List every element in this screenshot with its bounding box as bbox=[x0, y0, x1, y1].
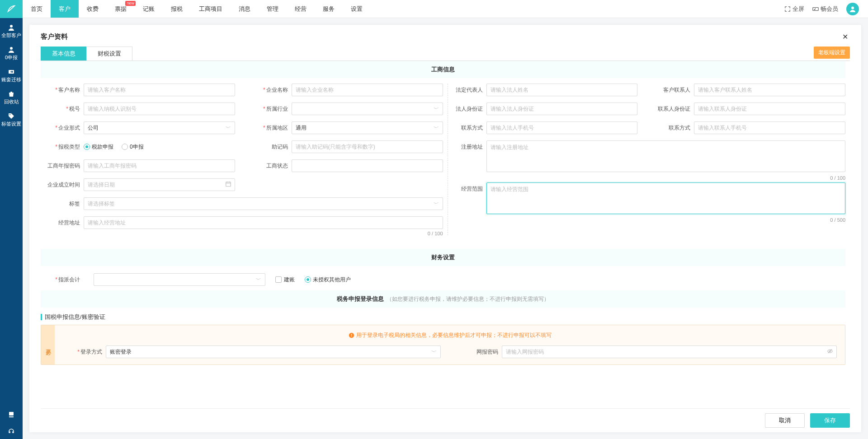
top-nav: 首页 客户 收费 票据new 记账 报税 工商项目 消息 管理 经营 服务 设置… bbox=[0, 0, 868, 18]
nav-operate[interactable]: 经营 bbox=[287, 0, 315, 18]
company-name-input[interactable] bbox=[292, 84, 443, 96]
tab-basic-info[interactable]: 基本信息 bbox=[41, 47, 87, 61]
fullscreen-icon bbox=[784, 6, 791, 12]
nav-home[interactable]: 首页 bbox=[23, 0, 51, 18]
brand-logo[interactable] bbox=[0, 0, 23, 18]
trash-icon bbox=[8, 90, 15, 98]
svg-rect-0 bbox=[813, 7, 818, 10]
nav-items: 首页 客户 收费 票据new 记账 报税 工商项目 消息 管理 经营 服务 设置 bbox=[23, 0, 371, 18]
svg-rect-9 bbox=[351, 334, 351, 336]
biz-addr-char-count: 0 / 100 bbox=[428, 231, 443, 236]
annual-report-password-input[interactable] bbox=[84, 159, 235, 172]
section-biz-info: 工商信息 bbox=[41, 61, 845, 78]
calendar-icon bbox=[225, 181, 231, 189]
nav-customer[interactable]: 客户 bbox=[51, 0, 79, 18]
warning-icon bbox=[349, 332, 354, 338]
customer-name-input[interactable] bbox=[84, 84, 235, 96]
legal-rep-input[interactable] bbox=[486, 84, 638, 96]
svg-rect-6 bbox=[9, 412, 14, 416]
mnemonic-input[interactable] bbox=[292, 140, 443, 153]
founded-date-input[interactable] bbox=[84, 178, 235, 191]
section-finance: 财务设置 bbox=[41, 249, 845, 266]
assign-accountant-select[interactable]: ﹀ bbox=[94, 273, 265, 286]
download-icon bbox=[8, 411, 15, 418]
sidebar-tag-settings[interactable]: 标签设置 bbox=[0, 109, 23, 131]
cancel-button[interactable]: 取消 bbox=[765, 413, 805, 428]
migrate-icon bbox=[8, 68, 15, 75]
login-method-select[interactable]: 账密登录﹀ bbox=[106, 346, 441, 358]
nav-taxreport[interactable]: 报税 bbox=[163, 0, 191, 18]
tax-number-input[interactable] bbox=[84, 103, 235, 115]
boss-settings-button[interactable]: 老板端设置 bbox=[814, 47, 850, 59]
biz-status-select[interactable] bbox=[292, 159, 443, 172]
tags-select[interactable]: 请选择标签﹀ bbox=[84, 197, 443, 210]
company-form-select[interactable]: 公司﹀ bbox=[84, 121, 235, 134]
sidebar-support[interactable] bbox=[0, 423, 23, 439]
user-icon bbox=[849, 5, 856, 13]
nav-bookkeeping[interactable]: 记账 bbox=[135, 0, 163, 18]
sidebar-recycle[interactable]: 回收站 bbox=[0, 87, 23, 109]
form-scroll-body[interactable]: 工商信息 *客户名称 *企业名称 bbox=[41, 61, 850, 408]
zero-icon bbox=[8, 46, 15, 53]
customer-contact-input[interactable] bbox=[694, 84, 845, 96]
no-auth-radio[interactable]: 未授权其他用户 bbox=[305, 276, 351, 284]
chevron-down-icon: ﹀ bbox=[256, 276, 261, 284]
reg-addr-char-count: 0 / 100 bbox=[830, 175, 845, 181]
svg-point-3 bbox=[10, 47, 13, 50]
close-button[interactable]: ✕ bbox=[840, 32, 850, 42]
left-sidebar: 全部客户 0申报 账套迁移 回收站 标签设置 bbox=[0, 18, 23, 439]
chevron-down-icon: ﹀ bbox=[434, 200, 439, 208]
tax-card-required-label: 必要 bbox=[41, 325, 55, 364]
chevron-down-icon: ﹀ bbox=[434, 105, 439, 113]
industry-select[interactable]: ﹀ bbox=[292, 103, 443, 115]
tab-tax-settings[interactable]: 财税设置 bbox=[86, 47, 132, 61]
eye-off-icon[interactable] bbox=[827, 348, 833, 356]
svg-point-2 bbox=[10, 25, 13, 28]
legal-phone-input[interactable] bbox=[486, 121, 638, 134]
member-icon bbox=[812, 6, 819, 12]
biz-scope-char-count: 0 / 500 bbox=[830, 217, 845, 223]
svg-point-1 bbox=[851, 6, 854, 9]
nav-ticket[interactable]: 票据new bbox=[107, 0, 135, 18]
nav-new-badge: new bbox=[125, 1, 136, 6]
nav-message[interactable]: 消息 bbox=[231, 0, 259, 18]
tax-type-shenbao-radio[interactable]: 税款申报 bbox=[84, 143, 113, 151]
nav-bizproject[interactable]: 工商项目 bbox=[191, 0, 231, 18]
modal-footer: 取消 保存 bbox=[41, 408, 850, 428]
svg-point-10 bbox=[351, 336, 352, 337]
create-book-checkbox[interactable]: 建账 bbox=[275, 276, 295, 284]
tax-type-zero-radio[interactable]: 0申报 bbox=[122, 143, 144, 151]
registered-address-textarea[interactable] bbox=[486, 140, 846, 172]
user-avatar[interactable] bbox=[846, 3, 859, 15]
section-tax-login: 税务申报登录信息（如您要进行税务申报，请维护必要信息；不进行申报则无需填写） bbox=[41, 290, 845, 308]
chevron-down-icon: ﹀ bbox=[434, 124, 439, 132]
tax-warn-line: 用于登录电子税局的相关信息，必要信息维护后才可申报；不进行申报可以不填写 bbox=[63, 330, 837, 346]
nav-manage[interactable]: 管理 bbox=[259, 0, 287, 18]
nav-service[interactable]: 服务 bbox=[315, 0, 343, 18]
web-password-input[interactable] bbox=[502, 346, 837, 358]
sidebar-zero-report[interactable]: 0申报 bbox=[0, 42, 23, 65]
chevron-down-icon: ﹀ bbox=[431, 348, 437, 356]
sidebar-download[interactable] bbox=[0, 406, 23, 423]
member-button[interactable]: 畅会员 bbox=[812, 5, 838, 13]
sidebar-account-migrate[interactable]: 账套迁移 bbox=[0, 65, 23, 87]
save-button[interactable]: 保存 bbox=[810, 413, 850, 428]
customer-modal: 客户资料 ✕ 基本信息 财税设置 老板端设置 工商信息 *客户名称 bbox=[29, 25, 861, 432]
svg-point-5 bbox=[9, 114, 10, 115]
business-scope-textarea[interactable] bbox=[486, 182, 846, 214]
nav-settings[interactable]: 设置 bbox=[343, 0, 371, 18]
main-area: 客户资料 ✕ 基本信息 财税设置 老板端设置 工商信息 *客户名称 bbox=[23, 18, 868, 439]
fullscreen-button[interactable]: 全屏 bbox=[784, 5, 804, 13]
headset-icon bbox=[8, 427, 15, 434]
contact-phone-input[interactable] bbox=[694, 121, 845, 134]
region-select[interactable]: 通用﹀ bbox=[292, 121, 443, 134]
seg-title: 国税申报信息/账密验证 bbox=[45, 313, 105, 321]
top-right: 全屏 畅会员 bbox=[784, 3, 868, 15]
modal-title: 客户资料 bbox=[41, 33, 68, 41]
contact-id-input[interactable] bbox=[694, 103, 845, 115]
legal-id-input[interactable] bbox=[486, 103, 638, 115]
business-address-input[interactable] bbox=[84, 216, 443, 229]
chevron-down-icon: ﹀ bbox=[226, 124, 231, 132]
nav-charge[interactable]: 收费 bbox=[79, 0, 107, 18]
sidebar-all-customers[interactable]: 全部客户 bbox=[0, 20, 23, 42]
